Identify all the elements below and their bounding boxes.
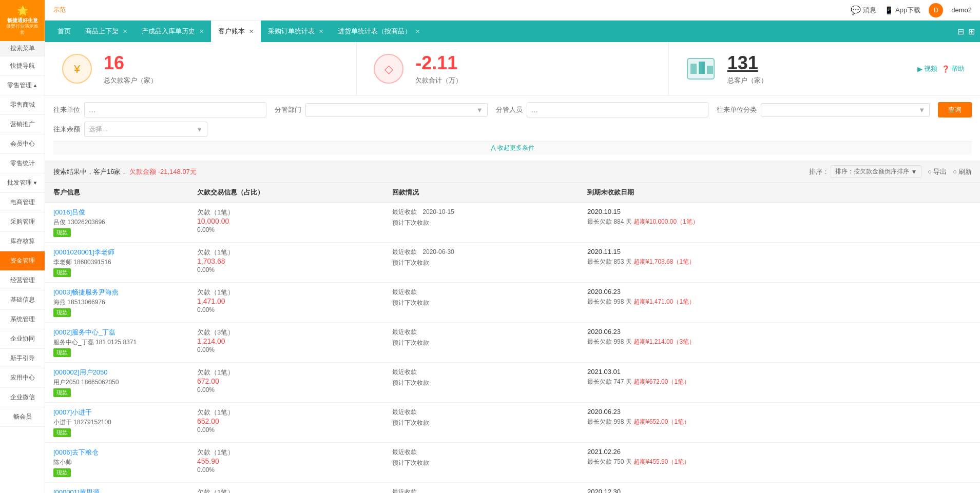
overdue-amount[interactable]: 超期¥1,703.68（1笔） xyxy=(633,258,695,265)
unit-category-select[interactable]: ▼ xyxy=(761,103,930,117)
overdue-amount[interactable]: 超期¥1,471.00（1笔） xyxy=(633,298,695,305)
sidebar-item-ecommerce[interactable]: 电商管理 xyxy=(0,193,45,212)
sidebar-item-apps[interactable]: 应用中心 xyxy=(0,368,45,388)
retail-mgmt-label: 零售管理 xyxy=(7,81,32,90)
debt-count: 欠款（1笔） xyxy=(197,488,376,493)
overdue-days: 最长欠款 884 天 xyxy=(587,218,633,225)
sidebar-item-finance[interactable]: 资金管理 xyxy=(0,251,45,271)
export-btn[interactable]: ○ 导出 xyxy=(928,167,947,176)
sidebar-item-basic-info[interactable]: 基础信息 xyxy=(0,290,45,310)
customer-name-link[interactable]: [000002]用户2050 xyxy=(53,368,181,377)
tab-customer-account-close[interactable]: ✕ xyxy=(249,21,254,42)
debt-amount[interactable]: 1,703.68 xyxy=(197,257,376,265)
customer-name-link[interactable]: [0006]去下粮仓 xyxy=(53,448,181,457)
refresh-btn[interactable]: ○ 刷新 xyxy=(953,167,972,176)
tab-incoming-summary[interactable]: 进货单统计表（按商品） ✕ xyxy=(331,21,427,42)
cell-due-date: 2020.06.23 最长欠款 998 天 超期¥652.00（1笔） xyxy=(579,403,980,443)
overdue-amount[interactable]: 超期¥672.00（1笔） xyxy=(633,378,690,385)
cell-debt-info: 欠款（1笔） 10,000.00 0.00% xyxy=(189,203,384,243)
collapse-bar[interactable]: ⋀ 收起更多条件 xyxy=(53,141,972,154)
sidebar-item-retail-mgmt[interactable]: 零售管理 ▲ xyxy=(0,76,45,95)
sidebar-item-system[interactable]: 系统管理 xyxy=(0,310,45,329)
cell-due-date: 2020.12.30 最长欠款 808 天 超期¥429.00（1笔） xyxy=(579,483,980,494)
tab-goods-close[interactable]: ✕ xyxy=(123,21,127,42)
tab-incoming-summary-close[interactable]: ✕ xyxy=(415,21,420,42)
tab-purchase-summary[interactable]: 采购订单统计表 ✕ xyxy=(261,21,331,42)
customer-name-link[interactable]: [0002]服务中心_丁磊 xyxy=(53,328,181,337)
debt-amount[interactable]: 1,214.00 xyxy=(197,337,376,345)
tab-customer-account[interactable]: 客户账本 ✕ xyxy=(211,21,261,42)
tab-production-close[interactable]: ✕ xyxy=(199,21,204,42)
brand-shortcut[interactable]: 示范 xyxy=(53,6,66,14)
cell-debt-info: 欠款（1笔） 455.90 0.00% xyxy=(189,443,384,483)
sidebar-item-search-menu[interactable]: 搜索菜单 xyxy=(0,41,45,56)
debt-amount[interactable]: 1,471.00 xyxy=(197,297,376,305)
customer-tag: 现款 xyxy=(53,388,71,397)
overdue-amount[interactable]: 超期¥455.90（1笔） xyxy=(633,458,690,465)
customer-name-link[interactable]: [0007]小进干 xyxy=(53,408,181,417)
help-btn[interactable]: ❓ 帮助 xyxy=(941,64,965,73)
results-info: 搜索结果中，客户16家， 欠款金额 -21,148.07元 xyxy=(53,167,197,176)
sidebar-item-enterprise[interactable]: 企业协同 xyxy=(0,329,45,349)
sidebar-item-quick-nav[interactable]: 快捷导航 xyxy=(0,56,45,76)
app-download-btn[interactable]: 📱 App下载 xyxy=(885,6,920,15)
sidebar-item-marketing[interactable]: 营销推广 xyxy=(0,115,45,134)
overdue-amount[interactable]: 超期¥652.00（1笔） xyxy=(633,418,690,425)
video-btn[interactable]: ▶ 视频 xyxy=(917,64,937,73)
sidebar-item-retail-mall[interactable]: 零售商城 xyxy=(0,95,45,115)
customer-unit-dots: ... xyxy=(89,105,95,114)
message-label: 消息 xyxy=(863,6,876,15)
sort-control[interactable]: 排序： 排序：按欠款金额倒序排序 ▼ xyxy=(809,165,921,178)
customer-name-link[interactable]: [0001020001]李老师 xyxy=(53,248,181,257)
overdue-amount[interactable]: 超期¥1,214.00（3笔） xyxy=(633,338,695,345)
minimize-btn[interactable]: ⊟ xyxy=(957,27,964,36)
sidebar-item-operations[interactable]: 经营管理 xyxy=(0,271,45,290)
customer-table: 客户信息 欠款交易信息（占比） 回款情况 到期未收款日期 [0016]吕俊 吕俊… xyxy=(45,183,980,493)
customer-name-link[interactable]: [000001]黄思源 xyxy=(53,488,181,493)
filter-person: 分管人员 ... xyxy=(496,102,709,117)
due-date-value: 2020.06.23 xyxy=(587,408,972,416)
customer-name-link[interactable]: [0003]畅捷服务尹海燕 xyxy=(53,288,181,297)
debt-amount[interactable]: 652.00 xyxy=(197,417,376,425)
enterprise-label: 企业协同 xyxy=(3,334,42,343)
customer-phone: 李老师 18600391516 xyxy=(53,258,181,267)
sidebar-item-retail-stats[interactable]: 零售统计 xyxy=(0,154,45,173)
next-recovery: 预计下次收款 xyxy=(392,299,571,307)
maximize-btn[interactable]: ⊞ xyxy=(968,27,975,36)
sort-select[interactable]: 排序：按欠款金额倒序排序 ▼ xyxy=(831,165,921,178)
question-icon: ❓ xyxy=(941,65,950,73)
user-avatar[interactable]: D xyxy=(929,3,943,17)
tab-home[interactable]: 首页 xyxy=(50,21,78,42)
person-input[interactable]: ... xyxy=(527,102,709,117)
debt-count: 欠款（1笔） xyxy=(197,448,376,457)
balance-label: 往来余额 xyxy=(53,125,80,134)
tab-goods[interactable]: 商品上下架 ✕ xyxy=(78,21,134,42)
balance-select[interactable]: 选择... ▼ xyxy=(84,122,207,137)
debt-amount[interactable]: 455.90 xyxy=(197,457,376,465)
overdue-amount[interactable]: 超期¥10,000.00（1笔） xyxy=(633,218,699,225)
tab-purchase-summary-close[interactable]: ✕ xyxy=(319,21,323,42)
sidebar-item-newbie[interactable]: 新手引导 xyxy=(0,349,45,368)
sidebar-item-purchase[interactable]: 采购管理 xyxy=(0,212,45,232)
customer-name-link[interactable]: [0016]吕俊 xyxy=(53,208,181,217)
operations-label: 经营管理 xyxy=(3,276,42,285)
debt-pct: 0.00% xyxy=(197,266,376,273)
customer-unit-input[interactable]: ... xyxy=(84,102,266,117)
recent-label: 最近收款 xyxy=(392,328,417,336)
debt-pct: 0.00% xyxy=(197,386,376,393)
sidebar-item-batch-mgmt[interactable]: 批发管理 ▼ xyxy=(0,173,45,193)
recent-label: 最近收款 xyxy=(392,208,417,215)
sidebar-item-member[interactable]: 会员中心 xyxy=(0,134,45,154)
sidebar-item-inventory[interactable]: 库存核算 xyxy=(0,232,45,251)
dept-select[interactable]: ▼ xyxy=(305,103,488,117)
debt-amount[interactable]: 672.00 xyxy=(197,377,376,385)
filter-area: 往来单位 ... 分管部门 ▼ 分管人员 ... xyxy=(45,96,980,161)
sidebar-item-vip[interactable]: 畅会员 xyxy=(0,407,45,427)
member-label: 会员中心 xyxy=(3,140,42,148)
total-customers-value[interactable]: 131 xyxy=(727,52,767,74)
search-button[interactable]: 查询 xyxy=(938,102,972,117)
debt-amount[interactable]: 10,000.00 xyxy=(197,217,376,225)
tab-production[interactable]: 产成品入库单历史 ✕ xyxy=(134,21,211,42)
sidebar-item-wecom[interactable]: 企业微信 xyxy=(0,388,45,407)
message-btn[interactable]: 💬 消息 xyxy=(851,5,876,15)
